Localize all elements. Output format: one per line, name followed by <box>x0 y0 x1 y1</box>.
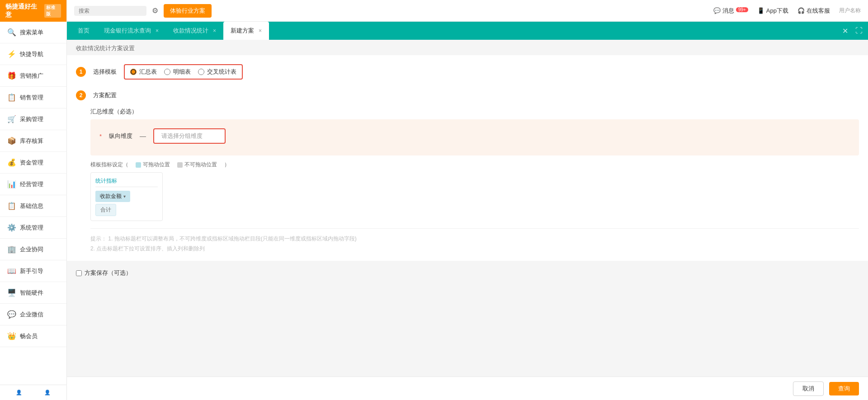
nondraggable-label: 不可拖动位置 <box>184 161 217 169</box>
sidebar-item-enterprise[interactable]: 🏢 企业协同 <box>0 239 66 260</box>
radio-detail-input[interactable] <box>164 69 170 75</box>
sidebar-item-label: 营销推广 <box>20 72 43 80</box>
online-service-button[interactable]: 🎧 在线客服 <box>797 7 830 15</box>
sidebar-item-search-menu[interactable]: 🔍 搜索菜单 <box>0 22 66 43</box>
close-all-tabs-icon[interactable]: ✕ <box>840 25 850 37</box>
sidebar-item-member[interactable]: 👑 畅会员 <box>0 325 66 347</box>
industry-solution-button[interactable]: 体验行业方案 <box>164 4 212 18</box>
required-mark: * <box>99 133 102 140</box>
sidebar-user-avatar2[interactable]: 👤 <box>44 390 51 395</box>
sidebar-item-finance[interactable]: 💰 资金管理 <box>0 152 66 174</box>
metrics-legend-draggable: 可拖动位置 <box>136 161 170 169</box>
sidebar-item-label: 采购管理 <box>20 115 43 123</box>
metrics-tag-receipt-amount[interactable]: 收款金额 ▾ <box>95 191 130 202</box>
guide-icon: 📖 <box>7 267 16 276</box>
step1-row: 1 选择模板 汇总表 明细表 交叉统计表 <box>76 62 859 81</box>
step1-label: 选择模板 <box>93 68 117 76</box>
user-name-button[interactable]: 用户名称 <box>839 7 861 14</box>
radio-detail-label: 明细表 <box>173 68 191 76</box>
form-section: 1 选择模板 汇总表 明细表 交叉统计表 <box>67 55 868 261</box>
metrics-header: 模板指标设定（ 可拖动位置 不可拖动位置 <box>90 161 859 169</box>
sidebar-item-label: 资金管理 <box>20 159 43 167</box>
save-plan-row: 方案保存（可选） <box>76 269 132 277</box>
step2-label: 方案配置 <box>93 91 117 99</box>
sidebar-item-label: 企业协同 <box>20 245 43 254</box>
template-selection-box: 汇总表 明细表 交叉统计表 <box>124 64 243 80</box>
tips-section: 提示： 1. 拖动标题栏可以调整布局，不可跨维度或指标区域拖动栏目段(只能在同一… <box>90 228 859 254</box>
dimension-selector-dropdown[interactable]: 请选择分组维度 <box>153 128 226 144</box>
draggable-dot <box>136 162 141 168</box>
basic-info-icon: 📋 <box>7 202 16 211</box>
sidebar-item-label: 搜索菜单 <box>20 28 43 37</box>
sidebar-item-system[interactable]: ⚙️ 系统管理 <box>0 217 66 239</box>
sidebar-item-quick-nav[interactable]: ⚡ 快捷导航 <box>0 43 66 65</box>
tab-receipt-stats-close[interactable]: × <box>213 28 216 34</box>
dimension-box: * 纵向维度 — 请选择分组维度 <box>90 119 859 155</box>
marketing-icon: 🎁 <box>7 71 16 80</box>
gear-icon[interactable]: ⚙ <box>152 6 158 15</box>
metrics-section: 模板指标设定（ 可拖动位置 不可拖动位置 <box>90 161 859 221</box>
dimension-row: * 纵向维度 — 请选择分组维度 <box>99 128 850 144</box>
finance-icon: 💰 <box>7 158 16 167</box>
radio-cross[interactable]: 交叉统计表 <box>198 68 236 76</box>
sidebar-item-wechat[interactable]: 💬 企业微信 <box>0 304 66 325</box>
tab-new-plan[interactable]: 新建方案 × <box>223 22 269 40</box>
sidebar-item-sales[interactable]: 📋 销售管理 <box>0 87 66 108</box>
metrics-tags: 收款金额 ▾ <box>95 191 158 202</box>
metrics-category-label: 统计指标 <box>95 177 158 187</box>
sidebar-item-purchase[interactable]: 🛒 采购管理 <box>0 108 66 130</box>
sidebar-item-label: 企业微信 <box>20 311 43 319</box>
sidebar-item-label: 经营管理 <box>20 180 43 188</box>
radio-summary-input[interactable] <box>130 69 137 75</box>
message-badge: 99+ <box>736 7 748 12</box>
tab-home[interactable]: 首页 <box>71 22 97 40</box>
maximize-icon[interactable]: ⛶ <box>854 25 864 37</box>
tab-home-label: 首页 <box>78 27 90 35</box>
step2-badge: 2 <box>76 90 86 100</box>
app-download-button[interactable]: 📱 App下载 <box>757 7 788 15</box>
sidebar-item-basic-info[interactable]: 📋 基础信息 <box>0 195 66 217</box>
sidebar-item-label: 销售管理 <box>20 94 43 102</box>
tab-receipt-stats-label: 收款情况统计 <box>173 27 208 35</box>
radio-detail[interactable]: 明细表 <box>164 68 191 76</box>
sidebar-item-operations[interactable]: 📊 经营管理 <box>0 174 66 195</box>
page-footer: 方案保存（可选） <box>67 264 868 282</box>
metrics-legend-nondraggable: 不可拖动位置 <box>177 161 217 169</box>
dimension-section: 汇总维度（必选） * 纵向维度 — 请选择分组维度 <box>90 108 859 155</box>
radio-cross-input[interactable] <box>198 69 204 75</box>
tab-receipt-stats[interactable]: 收款情况统计 × <box>166 22 223 40</box>
download-icon: 📱 <box>757 7 764 14</box>
search-input[interactable] <box>74 6 146 16</box>
metrics-table: 统计指标 收款金额 ▾ 合计 <box>90 172 163 221</box>
sidebar-item-guide[interactable]: 📖 新手引导 <box>0 260 66 282</box>
sidebar: 畅捷通好生意 标准版 🔍 搜索菜单 ⚡ 快捷导航 🎁 营销推广 📋 销售管理 🛒… <box>0 0 67 400</box>
sidebar-item-inventory[interactable]: 📦 库存核算 <box>0 130 66 152</box>
sidebar-item-label: 基础信息 <box>20 202 43 210</box>
step2-row: 2 方案配置 <box>76 89 859 102</box>
tab-bank-flow-close[interactable]: × <box>156 28 159 34</box>
save-plan-checkbox[interactable] <box>76 270 82 276</box>
tab-new-plan-close[interactable]: × <box>259 28 262 34</box>
message-button[interactable]: 💬 消息 99+ <box>713 7 748 15</box>
metrics-tag-subtotal: 合计 <box>95 204 116 216</box>
template-radio-group: 汇总表 明细表 交叉统计表 <box>130 68 236 76</box>
tab-bank-flow-label: 现金银行流水查询 <box>104 27 151 35</box>
dimension-selector-placeholder: 请选择分组维度 <box>161 132 203 139</box>
enterprise-icon: 🏢 <box>7 245 16 254</box>
sidebar-item-label: 畅会员 <box>20 332 38 340</box>
tip-text-1: 提示： 1. 拖动标题栏可以调整布局，不可跨维度或指标区域拖动栏目段(只能在同一… <box>90 234 859 244</box>
quick-nav-icon: ⚡ <box>7 50 16 59</box>
tab-bank-flow[interactable]: 现金银行流水查询 × <box>97 22 166 40</box>
sidebar-item-label: 库存核算 <box>20 137 43 145</box>
sidebar-item-marketing[interactable]: 🎁 营销推广 <box>0 65 66 87</box>
user-name-label: 用户名称 <box>839 7 861 14</box>
purchase-icon: 🛒 <box>7 115 16 124</box>
query-button[interactable]: 查询 <box>829 382 859 395</box>
sidebar-user-avatar1[interactable]: 👤 <box>16 390 22 395</box>
cancel-button[interactable]: 取消 <box>793 381 824 396</box>
logo-text: 畅捷通好生意 <box>5 3 42 19</box>
breadcrumb: 收款情况统计方案设置 <box>76 45 135 52</box>
sidebar-item-smart-hw[interactable]: 🖥️ 智能硬件 <box>0 282 66 304</box>
metrics-tags-subtotal: 合计 <box>95 204 158 216</box>
radio-summary[interactable]: 汇总表 <box>130 68 157 76</box>
